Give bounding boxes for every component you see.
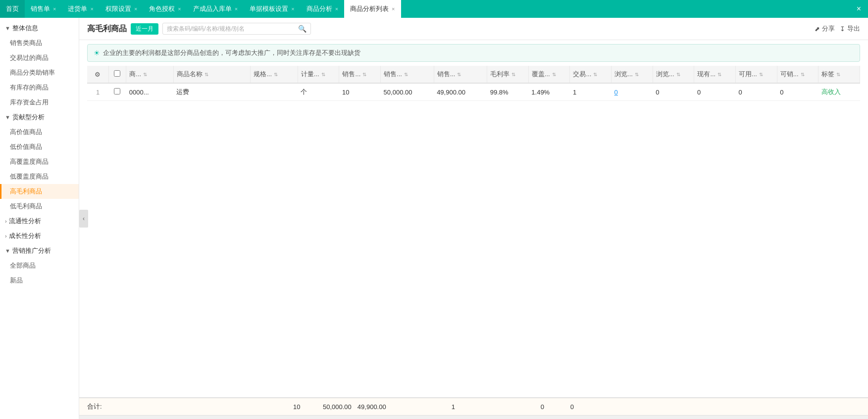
nav-item-8[interactable]: 商品分析列表× [344,0,401,18]
sidebar-group-arrow-4: ▼ [5,248,10,254]
select-all-checkbox[interactable] [114,70,120,77]
search-input[interactable] [167,25,298,32]
col-header-sale_amount[interactable]: 销售...⇅ [381,66,434,83]
sidebar-item-1-5[interactable]: 低毛利商品 [0,199,79,214]
row-index: 1 [87,83,108,101]
sidebar-item-1-0[interactable]: 高价值商品 [0,125,79,140]
nav-close-5[interactable]: × [235,6,238,12]
share-button[interactable]: ⬈ 分享 [815,24,835,33]
col-header-browse2[interactable]: 浏览...⇅ [653,66,694,83]
tip-icon: ☀ [94,49,100,57]
filter-button[interactable]: 近一月 [131,23,158,35]
nav-item-3[interactable]: 权限设置× [100,0,143,18]
export-button[interactable]: ↧ 导出 [840,24,860,33]
sort-icon-sale_profit[interactable]: ⇅ [457,72,461,77]
nav-item-4[interactable]: 角色授权× [143,0,187,18]
sort-icon-saleable[interactable]: ⇅ [801,72,805,77]
sort-icon-tag[interactable]: ⇅ [836,72,840,77]
col-header-unit[interactable]: 计量...⇅ [298,66,339,83]
footer-label: 合计: [87,402,117,411]
sidebar-item-0-2[interactable]: 商品分类助销率 [0,65,79,80]
sort-icon-unit[interactable]: ⇅ [321,72,325,77]
sidebar-group-1[interactable]: ▼贡献型分析 [0,110,79,125]
row-checkbox-input[interactable] [114,88,120,94]
col-header-available[interactable]: 可用...⇅ [736,66,777,83]
row-sale-profit: 49,900.00 [434,83,487,101]
col-header-tag[interactable]: 标签⇅ [818,66,860,83]
nav-item-5[interactable]: 产成品入库单× [187,0,244,18]
col-header-transaction[interactable]: 交易...⇅ [570,66,612,83]
nav-close-6[interactable]: × [291,6,294,12]
row-current-stock: 0 [694,83,736,101]
sort-icon-available[interactable]: ⇅ [759,72,763,77]
nav-close-7[interactable]: × [335,6,338,12]
sort-icon-transaction[interactable]: ⇅ [593,72,597,77]
sidebar-item-1-3[interactable]: 低覆盖度商品 [0,169,79,184]
nav-close-2[interactable]: × [90,6,93,12]
settings-icon[interactable]: ⚙ [95,71,101,78]
table-wrapper[interactable]: ⚙商...⇅商品名称⇅规格...⇅计量...⇅销售...⇅销售...⇅销售...… [79,66,868,397]
sidebar-group-2[interactable]: ›流通性分析 [0,214,79,229]
nav-item-1[interactable]: 销售单× [25,0,62,18]
sort-icon-sale_amount[interactable]: ⇅ [404,72,408,77]
nav-close-1[interactable]: × [53,6,56,12]
sidebar-item-0-1[interactable]: 交易过的商品 [0,50,79,65]
col-header-browse1[interactable]: 浏览...⇅ [612,66,653,83]
sidebar-group-arrow-1: ▼ [5,114,10,120]
sidebar-group-arrow-2: › [5,218,7,224]
sidebar-item-1-2[interactable]: 高覆盖度商品 [0,154,79,169]
sort-icon-spec[interactable]: ⇅ [274,72,278,77]
col-header-index[interactable]: ⚙ [87,66,108,83]
col-header-name[interactable]: 商品名称⇅ [173,66,250,83]
nav-close-4[interactable]: × [178,6,181,12]
col-header-code[interactable]: 商...⇅ [126,66,174,83]
sidebar-item-0-4[interactable]: 库存资金占用 [0,95,79,110]
nav-item-7[interactable]: 商品分析× [301,0,344,18]
sidebar-item-1-4[interactable]: 高毛利商品 [0,184,79,199]
search-icon[interactable]: 🔍 [298,25,306,33]
col-header-spec[interactable]: 规格...⇅ [251,66,298,83]
nav-close-8[interactable]: × [392,6,395,12]
nav-item-0[interactable]: 首页 [0,0,25,18]
row-browse1-link[interactable]: 0 [614,89,618,96]
nav-item-2[interactable]: 进货单× [62,0,99,18]
content-area: 高毛利商品 近一月 🔍 ⬈ 分享 ↧ 导出 ☀ 企业的主要的利润都是这部分商品创… [79,18,868,419]
sidebar-item-4-1[interactable]: 新品 [0,273,79,288]
window-close-button[interactable]: × [850,0,868,18]
sidebar-item-0-3[interactable]: 有库存的商品 [0,80,79,95]
col-header-sale_profit[interactable]: 销售...⇅ [434,66,487,83]
row-checkbox[interactable] [108,83,126,101]
share-label: 分享 [822,24,835,33]
col-header-saleable[interactable]: 可销...⇅ [777,66,818,83]
sort-icon-name[interactable]: ⇅ [204,72,208,77]
sidebar-collapse-button[interactable]: ‹ [79,210,88,228]
row-unit: 个 [298,83,339,101]
col-header-coverage[interactable]: 覆盖...⇅ [528,66,570,83]
sort-icon-gross_margin[interactable]: ⇅ [511,72,515,77]
col-header-sale_count[interactable]: 销售...⇅ [339,66,381,83]
share-icon: ⬈ [815,25,820,33]
col-label-gross_margin: 毛利率 [490,70,510,78]
col-header-current_stock[interactable]: 现有...⇅ [694,66,736,83]
nav-item-6[interactable]: 单据模板设置× [244,0,300,18]
row-sale-count: 10 [339,83,381,101]
content-header: 高毛利商品 近一月 🔍 ⬈ 分享 ↧ 导出 [79,18,868,40]
sort-icon-current_stock[interactable]: ⇅ [717,72,721,77]
sort-icon-coverage[interactable]: ⇅ [552,72,556,77]
sidebar-group-0[interactable]: ▼整体信息 [0,21,79,36]
sidebar-group-4[interactable]: ▼营销推广分析 [0,243,79,258]
horizontal-scrollbar[interactable] [79,415,868,419]
sort-icon-code[interactable]: ⇅ [143,72,147,77]
nav-close-3[interactable]: × [134,6,137,12]
sidebar-item-4-0[interactable]: 全部商品 [0,258,79,273]
sort-icon-sale_count[interactable]: ⇅ [362,72,366,77]
data-table: ⚙商...⇅商品名称⇅规格...⇅计量...⇅销售...⇅销售...⇅销售...… [87,66,860,101]
sidebar-group-3[interactable]: ›成长性分析 [0,229,79,243]
sort-icon-browse1[interactable]: ⇅ [635,72,639,77]
sidebar-item-1-1[interactable]: 低价值商品 [0,140,79,154]
row-browse1[interactable]: 0 [612,83,653,101]
col-header-gross_margin[interactable]: 毛利率⇅ [487,66,529,83]
sidebar-item-0-0[interactable]: 销售类商品 [0,36,79,50]
col-header-checkbox[interactable] [108,66,126,83]
sort-icon-browse2[interactable]: ⇅ [676,72,680,77]
